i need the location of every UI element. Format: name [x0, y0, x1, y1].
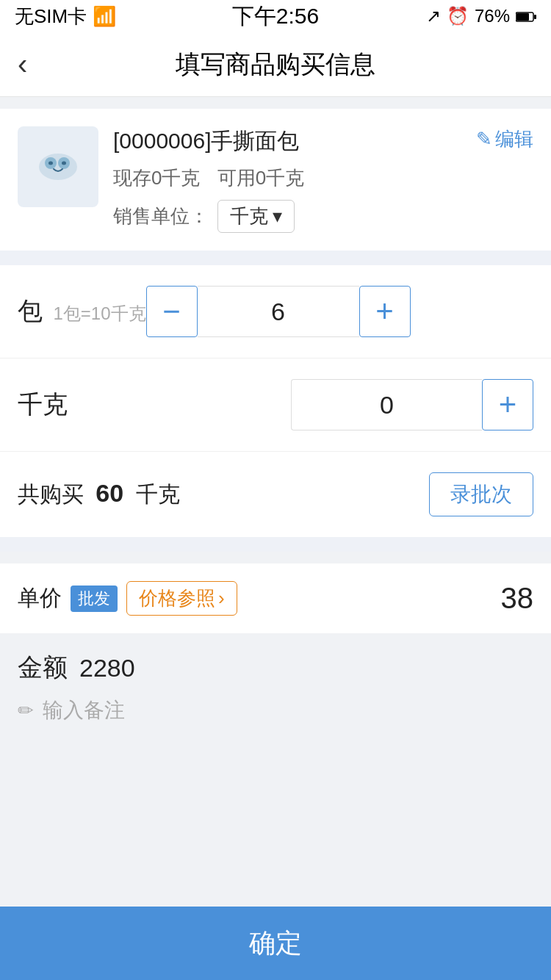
- price-value: 38: [501, 582, 534, 615]
- pack-qty-controls: − +: [146, 286, 411, 337]
- total-label: 共购买: [18, 482, 84, 506]
- total-row: 共购买 60 千克 录批次: [0, 452, 551, 537]
- status-left: 无SIM卡 📶: [15, 4, 116, 29]
- location-icon: ↗: [426, 6, 441, 26]
- unit-chevron-icon: ▾: [273, 205, 282, 228]
- product-info: [0000006]手撕面包 ✎ 编辑 现存0千克 可用0千克 销售单位： 千克 …: [113, 126, 533, 233]
- kg-label: 千克: [18, 388, 291, 422]
- note-row: ✏ 输入备注: [18, 696, 533, 724]
- unit-label: 销售单位：: [113, 203, 209, 229]
- pack-minus-button[interactable]: −: [146, 286, 198, 337]
- product-card: [0000006]手撕面包 ✎ 编辑 现存0千克 可用0千克 销售单位： 千克 …: [0, 109, 551, 251]
- product-unit-row: 销售单位： 千克 ▾: [113, 200, 533, 233]
- price-badge: 批发: [71, 586, 118, 612]
- amount-row: 金额 2280: [18, 651, 533, 685]
- product-stock: 现存0千克 可用0千克: [113, 165, 533, 191]
- edit-button[interactable]: ✎ 编辑: [476, 126, 533, 152]
- kg-qty-input[interactable]: [291, 379, 482, 430]
- nav-bar: ‹ 填写商品购买信息: [0, 32, 551, 97]
- amount-value: 2280: [79, 654, 135, 682]
- back-button[interactable]: ‹: [18, 48, 27, 81]
- edit-label: 编辑: [495, 126, 533, 152]
- pack-plus-button[interactable]: +: [359, 286, 411, 337]
- wifi-icon: 📶: [93, 5, 116, 28]
- svg-point-3: [39, 154, 77, 180]
- note-placeholder[interactable]: 输入备注: [43, 696, 125, 724]
- price-label: 单价: [18, 583, 62, 613]
- kg-qty-controls: +: [291, 379, 533, 430]
- carrier-text: 无SIM卡: [15, 4, 87, 29]
- confirm-button[interactable]: 确定: [0, 907, 551, 980]
- amount-label: 金额: [18, 651, 68, 685]
- kg-plus-button[interactable]: +: [482, 379, 533, 430]
- svg-point-6: [48, 162, 53, 165]
- pack-hint: 1包=10千克: [53, 303, 145, 323]
- pack-qty-row: 包 1包=10千克 − +: [0, 265, 551, 359]
- quantity-section: 包 1包=10千克 − + 千克 +: [0, 265, 551, 452]
- price-ref-arrow-icon: ›: [218, 587, 225, 610]
- total-unit: 千克: [136, 482, 180, 506]
- section-divider-1: [0, 251, 551, 265]
- status-right: ↗ ⏰ 76%: [426, 6, 536, 26]
- batch-button[interactable]: 录批次: [429, 472, 533, 516]
- pack-qty-input[interactable]: [198, 286, 359, 337]
- svg-rect-2: [534, 15, 536, 19]
- status-bar: 无SIM卡 📶 下午2:56 ↗ ⏰ 76%: [0, 0, 551, 32]
- battery-text: 76%: [475, 6, 510, 26]
- price-ref-label: 价格参照: [139, 586, 215, 611]
- svg-rect-1: [516, 13, 529, 21]
- kg-qty-row: 千克 +: [0, 359, 551, 452]
- total-value: 60: [96, 479, 123, 507]
- total-text: 共购买 60 千克: [18, 479, 180, 510]
- section-divider-2: [0, 537, 551, 552]
- price-row: 单价 批发 价格参照 › 38: [18, 581, 533, 616]
- unit-selector[interactable]: 千克 ▾: [217, 200, 295, 233]
- status-time: 下午2:56: [232, 1, 319, 32]
- available-text: 可用0千克: [217, 167, 304, 189]
- price-section: 单价 批发 价格参照 › 38: [0, 563, 551, 633]
- svg-point-7: [62, 162, 66, 165]
- amount-section: 金额 2280 ✏ 输入备注: [0, 633, 551, 736]
- unit-value: 千克: [230, 203, 268, 229]
- pack-label: 包 1包=10千克: [18, 295, 146, 328]
- stock-text: 现存0千克: [113, 167, 200, 189]
- pencil-icon: ✏: [18, 699, 34, 722]
- price-label-row: 单价 批发 价格参照 ›: [18, 581, 237, 616]
- price-ref-button[interactable]: 价格参照 ›: [126, 581, 237, 616]
- edit-icon: ✎: [476, 128, 492, 151]
- alarm-icon: ⏰: [447, 6, 469, 26]
- battery-icon: [516, 6, 536, 26]
- product-name: [0000006]手撕面包: [113, 126, 299, 156]
- page-title: 填写商品购买信息: [176, 48, 375, 82]
- product-thumbnail: [18, 126, 98, 207]
